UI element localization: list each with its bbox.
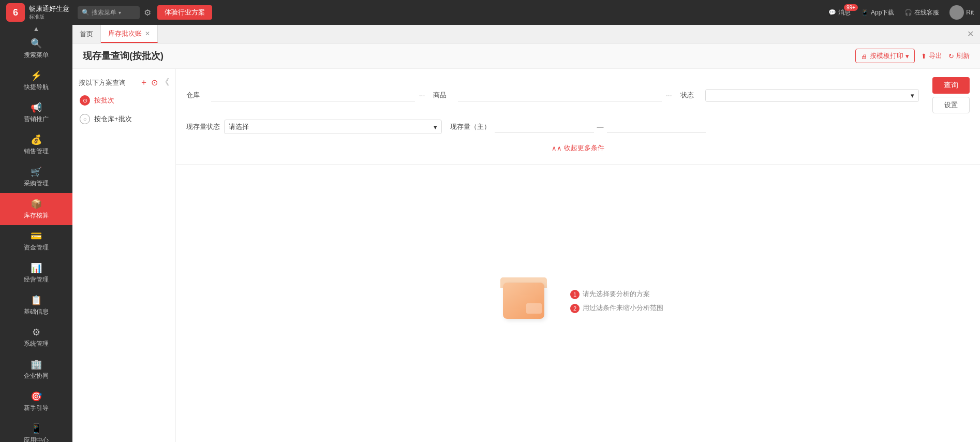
product-input[interactable]	[458, 89, 662, 101]
left-panel-header: 按以下方案查询 ＋ ⊙ 《	[72, 74, 175, 91]
marketing-icon: 📢	[31, 102, 42, 113]
search-menu-icon: 🔍	[31, 38, 42, 49]
topbar-right: 💬 消息 99+ 📱 App下载 🎧 在线客服 Rit	[828, 5, 974, 20]
sidebar-item-system[interactable]: ⚙ 系统管理	[0, 321, 72, 353]
sidebar-item-label: 新手引导	[24, 404, 49, 412]
avatar	[949, 5, 964, 20]
scheme-item-by-batch[interactable]: ⊙ 按批次	[72, 91, 175, 110]
right-main: 仓库 ··· 商品 ··· 状态	[176, 69, 980, 442]
headset-icon: 🎧	[904, 9, 912, 16]
action-buttons: 查询 设置	[932, 77, 970, 113]
sidebar-item-label: 资金管理	[24, 243, 49, 252]
manage-scheme-icon[interactable]: ⊙	[151, 78, 158, 87]
inventory-amount-range: —	[495, 121, 706, 133]
sidebar-item-label: 营销推广	[24, 115, 49, 124]
sidebar-item-label: 销售管理	[24, 147, 49, 156]
product-field: 商品 ···	[433, 89, 672, 101]
sidebar-item-sales[interactable]: 💰 销售管理	[0, 129, 72, 161]
basic-info-icon: 📋	[31, 294, 42, 306]
add-scheme-button[interactable]: ＋	[140, 77, 148, 88]
sidebar-item-operations[interactable]: 📊 经营管理	[0, 257, 72, 289]
sidebar-item-new-guide[interactable]: 🎯 新手引导	[0, 386, 72, 418]
filter-area: 仓库 ··· 商品 ··· 状态	[176, 69, 980, 164]
app-download-button[interactable]: 📱 App下载	[861, 8, 894, 17]
sidebar-item-label: 企业协同	[24, 372, 49, 380]
messages-button[interactable]: 💬 消息 99+	[828, 8, 851, 17]
gear-icon[interactable]: ⚙	[144, 8, 151, 18]
sidebar-item-search-menu[interactable]: 🔍 搜索菜单	[0, 33, 72, 65]
filter-row-2: 现存量状态 请选择 ▾ 现存量（主） —	[186, 120, 970, 134]
scheme-icon-red: ⊙	[80, 95, 90, 106]
tab-close-icon[interactable]: ✕	[145, 30, 150, 37]
page-body: 按以下方案查询 ＋ ⊙ 《 ⊙ 按批次 ○ 按仓库+批次	[72, 69, 980, 442]
sidebar-item-label: 基础信息	[24, 307, 49, 316]
tab-home[interactable]: 首页	[72, 25, 101, 43]
collapse-up-icon: ∧∧	[552, 144, 562, 152]
chevron-down-icon: ▾	[905, 52, 909, 60]
warehouse-input[interactable]	[211, 89, 415, 101]
inventory-amount-max-input[interactable]	[607, 121, 706, 133]
setting-button[interactable]: 设置	[932, 97, 970, 113]
purchase-icon: 🛒	[31, 166, 42, 178]
tab-inventory-batch[interactable]: 库存批次账 ✕	[101, 25, 158, 43]
sidebar-item-quick-nav[interactable]: ⚡ 快捷导航	[0, 65, 72, 97]
sidebar-item-purchase[interactable]: 🛒 采购管理	[0, 161, 72, 193]
main-layout: ▲ 🔍 搜索菜单 ⚡ 快捷导航 📢 营销推广 💰 销售管理 🛒 采购管理 📦 库…	[0, 25, 980, 442]
product-dots[interactable]: ···	[666, 91, 672, 99]
search-icon: 🔍	[82, 9, 90, 16]
sidebar-item-finance[interactable]: 💳 资金管理	[0, 225, 72, 257]
status-field: 状态 ▾	[680, 89, 919, 102]
export-icon: ⬆	[921, 52, 927, 60]
topbar: 6 畅康通好生意 标准版 🔍 搜索菜单 ▾ ⚙ 体验行业方案 💬 消息 99+ …	[0, 0, 980, 25]
left-panel-actions: ＋ ⊙ 《	[140, 77, 169, 88]
sidebar-item-enterprise[interactable]: 🏢 企业协同	[0, 353, 72, 386]
sidebar-item-label: 应用中心	[24, 436, 49, 442]
sidebar-item-app-center[interactable]: 📱 应用中心	[0, 418, 72, 442]
inventory-icon: 📦	[31, 198, 42, 210]
app-center-icon: 📱	[31, 423, 42, 434]
tabs-panel-close-icon[interactable]: ✕	[961, 29, 980, 39]
refresh-button[interactable]: ↻ 刷新	[948, 51, 970, 61]
username-label: Rit	[966, 9, 974, 16]
user-avatar-area[interactable]: Rit	[949, 5, 974, 20]
left-panel: 按以下方案查询 ＋ ⊙ 《 ⊙ 按批次 ○ 按仓库+批次	[72, 69, 176, 442]
sidebar-scroll-up[interactable]: ▲	[0, 25, 72, 33]
box-face	[526, 303, 542, 314]
chevron-down-icon: ▾	[434, 123, 437, 131]
download-icon: 📱	[861, 9, 869, 16]
sidebar-item-basic-info[interactable]: 📋 基础信息	[0, 289, 72, 321]
warehouse-field: 仓库 ···	[186, 89, 425, 101]
export-button[interactable]: ⬆ 导出	[921, 51, 942, 61]
query-button[interactable]: 查询	[932, 77, 970, 94]
message-icon: 💬	[828, 9, 836, 16]
warehouse-dots[interactable]: ···	[419, 91, 425, 99]
sidebar-item-marketing[interactable]: 📢 营销推广	[0, 97, 72, 129]
online-service-button[interactable]: 🎧 在线客服	[904, 8, 939, 17]
inventory-status-field: 现存量状态 请选择 ▾	[186, 120, 442, 134]
inventory-status-select[interactable]: 请选择 ▾	[224, 120, 442, 134]
sidebar-item-label: 库存核算	[24, 211, 49, 220]
inventory-amount-field: 现存量（主） —	[450, 121, 706, 133]
template-print-button[interactable]: 🖨 按模板打印 ▾	[855, 49, 915, 63]
status-select[interactable]: ▾	[705, 89, 919, 102]
empty-text: 1 请先选择要分析的方案 2 用过滤条件来缩小分析范围	[570, 289, 663, 317]
tabs-bar: 首页 库存批次账 ✕ ✕	[72, 25, 980, 43]
collapse-filter-button[interactable]: ∧∧ 收起更多条件	[186, 140, 970, 156]
refresh-icon: ↻	[948, 52, 954, 60]
sidebar-item-inventory[interactable]: 📦 库存核算	[0, 193, 72, 225]
messages-badge: 99+	[844, 4, 858, 11]
collapse-left-icon[interactable]: 《	[161, 77, 169, 88]
search-menu-bar[interactable]: 🔍 搜索菜单 ▾	[78, 6, 140, 19]
sidebar-item-label: 经营管理	[24, 275, 49, 284]
trial-industry-button[interactable]: 体验行业方案	[157, 5, 212, 20]
content-area: 首页 库存批次账 ✕ ✕ 现存量查询(按批次) 🖨 按模板打印 ▾ ⬆ 导出	[72, 25, 980, 442]
finance-icon: 💳	[31, 230, 42, 242]
step-2: 2 用过滤条件来缩小分析范围	[570, 303, 663, 313]
page-header: 现存量查询(按批次) 🖨 按模板打印 ▾ ⬆ 导出 ↻ 刷新	[72, 43, 980, 69]
quick-nav-icon: ⚡	[31, 70, 42, 81]
operations-icon: 📊	[31, 262, 42, 274]
sidebar-item-label: 采购管理	[24, 179, 49, 188]
inventory-amount-min-input[interactable]	[495, 121, 594, 133]
sidebar-item-label: 系统管理	[24, 340, 49, 348]
scheme-item-by-warehouse-batch[interactable]: ○ 按仓库+批次	[72, 110, 175, 128]
